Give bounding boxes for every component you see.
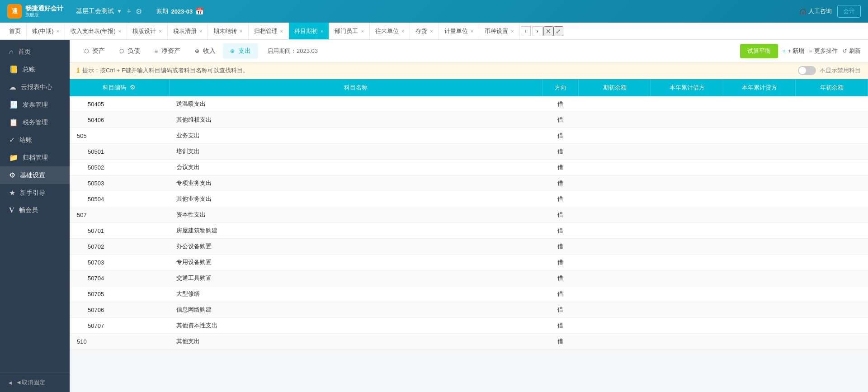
table-row[interactable]: 50406 其他维权支出 借 — [70, 112, 868, 128]
table-row[interactable]: 50706 信息网络购建 借 — [70, 302, 868, 318]
cell-name: 办公设备购置 — [169, 239, 542, 255]
table-row[interactable]: 50503 专项业务支出 借 — [70, 175, 868, 191]
refresh-icon: ↺ — [842, 47, 847, 54]
sidebar-item-reports[interactable]: ☁ 云报表中心 — [0, 78, 70, 96]
settings-icon[interactable]: ⚙ — [136, 7, 142, 16]
sidebar-item-archive[interactable]: 📁 归档管理 — [0, 149, 70, 166]
sidebar-item-tax[interactable]: 📋 税务管理 — [0, 113, 70, 131]
cell-name: 其他业务支出 — [169, 191, 542, 207]
tab-close-icon[interactable]: × — [321, 28, 323, 34]
cell-debit — [651, 112, 723, 128]
column-settings-icon[interactable]: ⚙ — [130, 84, 136, 91]
app-logo-icon: 通 — [7, 4, 22, 19]
tab-close-icon[interactable]: × — [430, 28, 433, 34]
table-row[interactable]: 505 业务支出 借 — [70, 128, 868, 144]
tab-inventory[interactable]: 存货 × — [410, 23, 439, 40]
sub-tab-liability[interactable]: ⬡ 负债 — [112, 43, 147, 59]
tab-close-icon[interactable]: × — [118, 28, 121, 34]
tab-close-all-button[interactable]: ✕ — [543, 26, 553, 36]
calendar-icon[interactable]: 📅 — [195, 7, 204, 15]
cell-name: 会议支出 — [169, 160, 542, 175]
tab-close-icon[interactable]: × — [57, 28, 59, 34]
cell-code: 507 — [70, 207, 169, 223]
tab-ledger-mid[interactable]: 账(中期) × — [27, 23, 65, 40]
cell-name: 培训支出 — [169, 144, 542, 160]
sub-tab-net-asset[interactable]: ≡ 净资产 — [147, 43, 188, 59]
cell-code: 50707 — [70, 318, 169, 334]
table-row[interactable]: 50405 送温暖支出 借 — [70, 96, 868, 112]
tab-close-icon[interactable]: × — [471, 28, 473, 34]
tab-close-icon[interactable]: × — [511, 28, 514, 34]
disable-toggle[interactable] — [798, 66, 816, 75]
cell-dir: 借 — [542, 128, 579, 144]
sidebar-item-close-accounts[interactable]: ✓ 结账 — [0, 131, 70, 149]
tab-close-icon[interactable]: × — [199, 28, 202, 34]
sidebar-item-guide[interactable]: ★ 新手引导 — [0, 184, 70, 202]
tab-close-icon[interactable]: × — [240, 28, 242, 34]
sidebar-item-settings[interactable]: ⚙ 基础设置 — [0, 166, 70, 184]
sidebar-item-home[interactable]: ⌂ 首页 — [0, 43, 70, 61]
sidebar-pin-toggle[interactable]: ◄ ◄取消固定 — [0, 373, 70, 392]
tab-template[interactable]: 模版设计 × — [127, 23, 167, 40]
tab-contacts[interactable]: 往来单位 × — [370, 23, 410, 40]
tab-archive[interactable]: 归档管理 × — [249, 23, 289, 40]
sub-tab-income[interactable]: ⊕ 收入 — [188, 43, 223, 59]
cell-code: 50701 — [70, 223, 169, 239]
cell-init — [796, 239, 868, 255]
more-actions-button[interactable]: ≡ 更多操作 — [809, 47, 838, 55]
table-row[interactable]: 507 资本性支出 借 — [70, 207, 868, 223]
add-button[interactable]: + + 新增 — [783, 47, 805, 55]
support-button[interactable]: 🎧 人工咨询 — [799, 7, 832, 15]
table-row[interactable]: 50707 其他资本性支出 借 — [70, 318, 868, 334]
tab-next-button[interactable]: › — [533, 26, 542, 36]
cell-credit — [723, 160, 796, 175]
sidebar-item-ledger[interactable]: 📒 总账 — [0, 61, 70, 78]
balance-button[interactable]: 试算平衡 — [740, 44, 778, 58]
accountant-button[interactable]: 会计 — [837, 5, 861, 18]
sidebar-item-member[interactable]: V 畅会员 — [0, 202, 70, 219]
cell-name: 其他支出 — [169, 334, 542, 349]
tab-unit[interactable]: 计量单位 × — [439, 23, 479, 40]
add-company-icon[interactable]: + — [127, 7, 132, 16]
tab-close-icon[interactable]: × — [401, 28, 404, 34]
tab-close-icon[interactable]: × — [361, 28, 363, 34]
cell-dir: 借 — [542, 318, 579, 334]
table-row[interactable]: 50703 专用设备购置 借 — [70, 255, 868, 270]
home-icon: ⌂ — [9, 48, 14, 56]
cell-init — [796, 207, 868, 223]
toolbar-right: 试算平衡 + + 新增 ≡ 更多操作 ↺ 刷新 — [740, 44, 861, 58]
tab-income-annual[interactable]: 收入支出表(年报) × — [65, 23, 127, 40]
tab-close-icon[interactable]: × — [159, 28, 161, 34]
table-row[interactable]: 510 其他支出 借 — [70, 334, 868, 349]
tab-home[interactable]: 首页 — [4, 23, 27, 40]
table-row[interactable]: 50702 办公设备购置 借 — [70, 239, 868, 255]
sub-tab-asset[interactable]: ⬡ 资产 — [77, 43, 112, 59]
tab-tax-list[interactable]: 税表清册 × — [168, 23, 208, 40]
cell-debit — [651, 318, 723, 334]
tab-period-close[interactable]: 期末结转 × — [208, 23, 248, 40]
company-name[interactable]: 基层工会测试 ▼ + ⚙ — [76, 7, 142, 16]
expense-icon: ⊕ — [230, 48, 235, 54]
refresh-button[interactable]: ↺ 刷新 — [842, 47, 861, 55]
table-row[interactable]: 50704 交通工具购置 借 — [70, 270, 868, 286]
table-row[interactable]: 50504 其他业务支出 借 — [70, 191, 868, 207]
table-scroll[interactable]: 科目编码 ⚙ 科目名称 方向 期初余额 本年累计借方 本年累计贷方 年初余额 — [70, 79, 868, 392]
tab-prev-button[interactable]: ‹ — [521, 26, 531, 36]
tab-label: 账(中期) — [32, 27, 54, 35]
table-row[interactable]: 50502 会议支出 借 — [70, 160, 868, 175]
app-title-group: 畅捷通好会计 旗舰版 — [25, 5, 63, 19]
table-row[interactable]: 50501 培训支出 借 — [70, 144, 868, 160]
company-dropdown-icon[interactable]: ▼ — [117, 8, 122, 14]
sub-tab-expense[interactable]: ⊕ 支出 — [223, 43, 258, 59]
tab-currency[interactable]: 币种设置 × — [479, 23, 519, 40]
table-row[interactable]: 50705 大型修缮 借 — [70, 286, 868, 302]
col-header-name: 科目名称 — [169, 79, 542, 96]
tab-maximize-button[interactable]: ⤢ — [553, 26, 563, 36]
table-row[interactable]: 50701 房屋建筑物购建 借 — [70, 223, 868, 239]
tab-close-icon[interactable]: × — [280, 28, 283, 34]
cell-dir: 借 — [542, 334, 579, 349]
sidebar-item-invoice[interactable]: 🧾 发票管理 — [0, 96, 70, 113]
tab-dept-staff[interactable]: 部门员工 × — [329, 23, 369, 40]
col-header-credit: 本年累计贷方 — [723, 79, 796, 96]
tab-account-initial[interactable]: 科目期初 × — [289, 23, 329, 40]
